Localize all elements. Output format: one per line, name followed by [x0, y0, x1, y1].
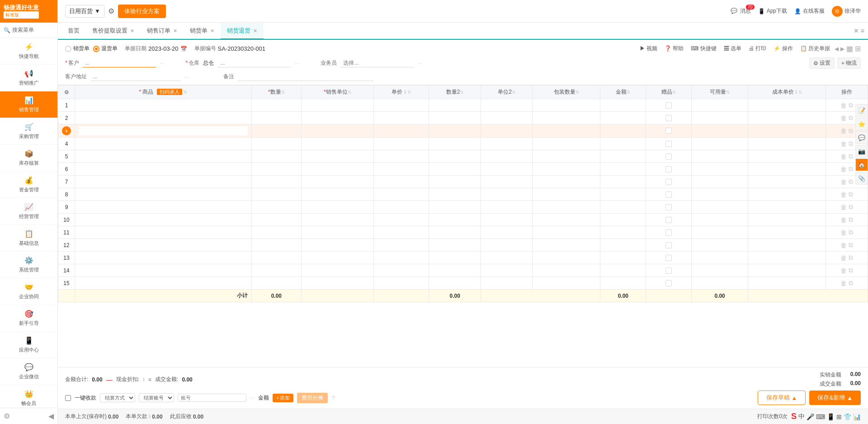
- amount-cell[interactable]: [600, 150, 646, 163]
- unit2-cell[interactable]: [481, 176, 532, 188]
- amount-cell[interactable]: [600, 226, 646, 239]
- delete-row-icon[interactable]: 🗑: [840, 178, 847, 186]
- gift-cell[interactable]: [646, 138, 692, 150]
- gift-cell[interactable]: [646, 277, 692, 290]
- sidebar-item-newbie[interactable]: 🎯 新手引导: [0, 305, 57, 332]
- available-cell[interactable]: [691, 99, 748, 112]
- goods-cell[interactable]: [75, 150, 252, 163]
- quantity-cell[interactable]: [251, 201, 301, 214]
- cost-price-cell[interactable]: [748, 277, 826, 290]
- print-btn[interactable]: 🖨 打印: [746, 43, 769, 54]
- goods-cell[interactable]: [75, 277, 252, 290]
- available-cell[interactable]: [691, 214, 748, 226]
- pack-qty-cell[interactable]: [533, 214, 600, 226]
- copy-row-icon[interactable]: ⧉: [849, 216, 853, 224]
- nav-next-icon[interactable]: ▶: [840, 46, 844, 52]
- gift-checkbox[interactable]: [665, 242, 672, 248]
- tab-sales-return-close[interactable]: ✕: [253, 28, 257, 34]
- unit2-cell[interactable]: [481, 112, 532, 124]
- online-service-button[interactable]: 👤 在线客服: [794, 7, 825, 15]
- qty2-cell[interactable]: [429, 124, 481, 138]
- gift-cell[interactable]: [646, 252, 692, 264]
- qty2-cell[interactable]: [429, 99, 481, 112]
- customer-more-icon[interactable]: ···: [160, 60, 164, 67]
- gift-cell[interactable]: [646, 188, 692, 201]
- app-download-button[interactable]: 📱 App下载: [758, 7, 787, 15]
- copy-row-icon[interactable]: ⧉: [849, 114, 853, 122]
- gift-checkbox[interactable]: [665, 204, 672, 210]
- qty2-cell[interactable]: [429, 163, 481, 176]
- sidebar-item-apps[interactable]: 📱 应用中心: [0, 332, 57, 358]
- quantity-cell[interactable]: [251, 112, 301, 124]
- unit-price-cell[interactable]: [373, 277, 429, 290]
- goods-cell[interactable]: [75, 252, 252, 264]
- goods-input[interactable]: [79, 127, 248, 135]
- qty2-cell[interactable]: [429, 188, 481, 201]
- unit-price-cell[interactable]: [373, 163, 429, 176]
- goods-cell[interactable]: [75, 176, 252, 188]
- pack-qty-cell[interactable]: [533, 277, 600, 290]
- quantity-cell[interactable]: [251, 163, 301, 176]
- current-debt-info[interactable]: ℹ: [149, 414, 151, 419]
- nav-prev-icon[interactable]: ◀: [835, 46, 839, 52]
- copy-row-icon[interactable]: ⧉: [849, 279, 853, 287]
- quantity-cell[interactable]: [251, 214, 301, 226]
- available-cell[interactable]: [691, 188, 748, 201]
- gift-cell[interactable]: [646, 176, 692, 188]
- goods-cell[interactable]: [75, 124, 252, 138]
- sales-unit-cell[interactable]: [301, 138, 373, 150]
- available-cell[interactable]: [691, 264, 748, 277]
- amount-cell[interactable]: [600, 124, 646, 138]
- delete-row-icon[interactable]: 🗑: [840, 267, 847, 274]
- cost-price-cell[interactable]: [748, 176, 826, 188]
- goods-cell[interactable]: [75, 99, 252, 112]
- unit-price-cell[interactable]: [373, 150, 429, 163]
- quantity-cell[interactable]: [251, 264, 301, 277]
- one-click-payment-checkbox[interactable]: [65, 395, 71, 401]
- cost-price-info-icon[interactable]: ℹ: [795, 89, 797, 95]
- gift-checkbox[interactable]: [665, 166, 672, 172]
- amount-cell[interactable]: [600, 214, 646, 226]
- cost-price-cell[interactable]: [748, 201, 826, 214]
- quantity-cell[interactable]: [251, 226, 301, 239]
- unit-price-cell[interactable]: [373, 226, 429, 239]
- sidebar-item-operations[interactable]: 📈 经营管理: [0, 198, 57, 225]
- copy-row-icon[interactable]: ⧉: [849, 203, 853, 211]
- qty2-cell[interactable]: [429, 176, 481, 188]
- sales-unit-cell[interactable]: [301, 163, 373, 176]
- gift-cell[interactable]: [646, 99, 692, 112]
- copy-row-icon[interactable]: ⧉: [849, 178, 853, 186]
- gift-checkbox[interactable]: [665, 102, 672, 109]
- unit-price-cell[interactable]: [373, 239, 429, 252]
- unit2-cell[interactable]: [481, 138, 532, 150]
- pack-qty-cell[interactable]: [533, 264, 600, 277]
- sidebar-settings-icon[interactable]: ⚙: [4, 412, 10, 420]
- tab-sales-delivery[interactable]: 销货单 ✕: [184, 23, 221, 39]
- qty2-cell[interactable]: [429, 214, 481, 226]
- pack-qty-cell[interactable]: [533, 163, 600, 176]
- unit-price-cell[interactable]: [373, 176, 429, 188]
- cost-price-cell[interactable]: [748, 99, 826, 112]
- copy-row-icon[interactable]: ⧉: [849, 165, 853, 173]
- copy-row-icon[interactable]: ⧉: [849, 241, 853, 249]
- save-new-button[interactable]: 保存&新增 ▲: [809, 391, 861, 405]
- available-cell[interactable]: [691, 176, 748, 188]
- quantity-cell[interactable]: [251, 239, 301, 252]
- save-draft-button[interactable]: 保存草稿 ▲: [758, 391, 806, 405]
- qty2-cell[interactable]: [429, 112, 481, 124]
- user-profile-button[interactable]: 徐 徐泽华: [832, 6, 861, 17]
- gift-checkbox[interactable]: [665, 141, 672, 147]
- quantity-cell[interactable]: [251, 150, 301, 163]
- unit2-cell[interactable]: [481, 239, 532, 252]
- microphone-icon[interactable]: 🎤: [807, 413, 814, 420]
- gift-checkbox[interactable]: [665, 229, 672, 236]
- available-cell[interactable]: [691, 124, 748, 138]
- amount-cell[interactable]: [600, 112, 646, 124]
- gift-cell[interactable]: [646, 124, 692, 138]
- video-btn[interactable]: ▶ 视频: [637, 43, 660, 54]
- amount-cell[interactable]: [600, 176, 646, 188]
- sales-unit-cell[interactable]: [301, 99, 373, 112]
- sales-unit-cell[interactable]: [301, 252, 373, 264]
- unit2-cell[interactable]: [481, 277, 532, 290]
- radio-return-item[interactable]: 退货单: [93, 45, 118, 52]
